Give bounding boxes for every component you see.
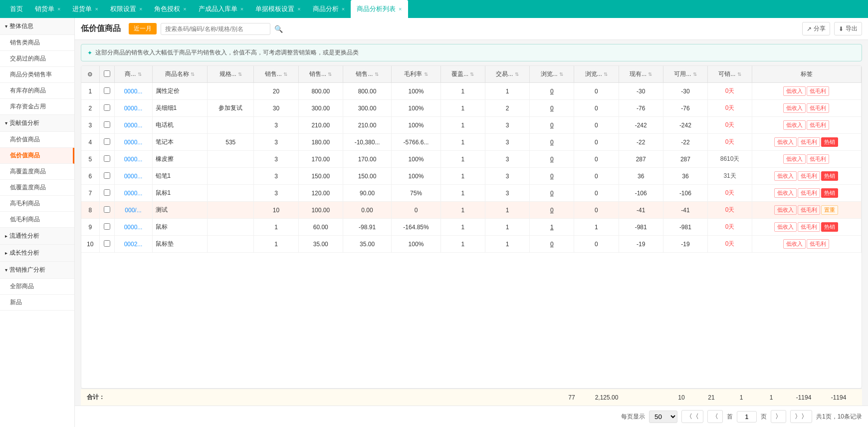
row-checkbox-cell[interactable]	[99, 100, 114, 117]
row-checkbox[interactable]	[104, 206, 110, 213]
row-code[interactable]: 0000...	[114, 168, 152, 185]
row-browse1[interactable]: 0	[530, 100, 574, 117]
row-checkbox-cell[interactable]	[99, 83, 114, 100]
nav-purchase-order[interactable]: 进货单 ×	[66, 0, 104, 18]
nav-permission-settings[interactable]: 权限设置 ×	[104, 0, 148, 18]
sidebar-item-all-goods[interactable]: 全部商品	[0, 279, 74, 295]
browse-link[interactable]: 0	[550, 122, 554, 129]
col-code[interactable]: 商... ⇅	[114, 66, 152, 83]
row-code[interactable]: 0000...	[114, 83, 152, 100]
settings-icon[interactable]: ⚙	[87, 71, 93, 78]
col-name[interactable]: 商品名称 ⇅	[152, 66, 208, 83]
row-checkbox-cell[interactable]	[99, 202, 114, 219]
first-page-button[interactable]: 〈〈	[681, 410, 703, 423]
row-checkbox[interactable]	[104, 121, 110, 128]
sidebar-item-new-goods[interactable]: 新品	[0, 295, 74, 311]
close-icon[interactable]: ×	[139, 6, 142, 12]
sidebar-section-growth[interactable]: ▸ 成长性分析	[0, 245, 74, 262]
row-checkbox[interactable]	[104, 189, 110, 196]
row-code[interactable]: 0000...	[114, 117, 152, 134]
sidebar-item-high-coverage[interactable]: 高覆盖度商品	[0, 164, 74, 180]
browse-link[interactable]: 0	[550, 156, 554, 163]
close-icon[interactable]: ×	[240, 6, 243, 12]
col-sellable[interactable]: 可销... ⇅	[708, 66, 752, 83]
browse-link[interactable]: 0	[550, 105, 554, 112]
last-page-button[interactable]: 〉〉	[790, 410, 812, 423]
row-code[interactable]: 0000...	[114, 100, 152, 117]
nav-product-analysis[interactable]: 商品分析 ×	[307, 0, 351, 18]
browse-link[interactable]: 0	[550, 139, 554, 146]
row-browse1[interactable]: 0	[530, 134, 574, 151]
row-code[interactable]: 0000...	[114, 185, 152, 202]
row-browse1[interactable]: 0	[530, 168, 574, 185]
close-icon[interactable]: ×	[297, 6, 300, 12]
col-sales-price[interactable]: 销售... ⇅	[298, 66, 343, 83]
browse-link[interactable]: 0	[550, 88, 554, 95]
nav-home[interactable]: 首页	[4, 0, 29, 18]
col-current[interactable]: 现有... ⇅	[619, 66, 663, 83]
row-browse1[interactable]: 0	[530, 236, 574, 253]
col-browse2[interactable]: 浏览... ⇅	[574, 66, 619, 83]
close-icon[interactable]: ×	[95, 6, 98, 12]
row-code[interactable]: 0000...	[114, 134, 152, 151]
search-input[interactable]	[161, 23, 270, 35]
select-all-checkbox[interactable]	[104, 70, 110, 77]
row-code[interactable]: 0000...	[114, 219, 152, 236]
row-checkbox-cell[interactable]	[99, 185, 114, 202]
share-button[interactable]: ↗ 分享	[802, 22, 830, 35]
prev-page-button[interactable]: 〈	[707, 410, 723, 423]
next-page-button[interactable]: 〉	[771, 410, 786, 423]
row-browse1[interactable]: 0	[530, 151, 574, 168]
close-icon[interactable]: ×	[183, 6, 186, 12]
row-code[interactable]: 000/...	[114, 202, 152, 219]
nav-template-settings[interactable]: 单据模板设置 ×	[249, 0, 306, 18]
col-trade[interactable]: 交易... ⇅	[485, 66, 529, 83]
nav-role-auth[interactable]: 角色授权 ×	[148, 0, 192, 18]
row-checkbox-cell[interactable]	[99, 168, 114, 185]
col-browse1[interactable]: 浏览... ⇅	[530, 66, 574, 83]
sidebar-item-stock-capital[interactable]: 库存资金占用	[0, 99, 74, 115]
browse-link[interactable]: 0	[550, 190, 554, 197]
row-checkbox[interactable]	[104, 155, 110, 162]
export-button[interactable]: ⬇ 导出	[834, 22, 862, 35]
col-gross-margin[interactable]: 毛利率 ⇅	[392, 66, 440, 83]
close-icon[interactable]: ×	[342, 6, 345, 12]
col-spec[interactable]: 规格... ⇅	[208, 66, 254, 83]
browse-link[interactable]: 0	[550, 241, 554, 248]
nav-sales-order[interactable]: 销货单 ×	[29, 0, 66, 18]
col-sales-amount[interactable]: 销售... ⇅	[343, 66, 391, 83]
row-checkbox[interactable]	[104, 104, 110, 111]
row-browse1[interactable]: 1	[530, 219, 574, 236]
sidebar-item-stock-goods[interactable]: 有库存的商品	[0, 83, 74, 99]
row-checkbox-cell[interactable]	[99, 236, 114, 253]
row-checkbox[interactable]	[104, 223, 110, 230]
data-table-container[interactable]: ⚙ 商... ⇅ 商品名称 ⇅ 规格... ⇅ 销售... ⇅ 销售... ⇅ …	[81, 65, 862, 389]
row-checkbox-cell[interactable]	[99, 117, 114, 134]
row-browse1[interactable]: 0	[530, 185, 574, 202]
row-checkbox-cell[interactable]	[99, 151, 114, 168]
sidebar-item-low-value[interactable]: 低价值商品	[0, 148, 74, 164]
col-settings[interactable]: ⚙	[81, 66, 99, 83]
filter-recent-month-button[interactable]: 近一月	[129, 23, 157, 34]
row-checkbox-cell[interactable]	[99, 134, 114, 151]
row-checkbox[interactable]	[104, 87, 110, 94]
close-icon[interactable]: ×	[399, 6, 402, 12]
col-sales-qty[interactable]: 销售... ⇅	[254, 66, 298, 83]
browse-link[interactable]: 1	[550, 224, 554, 231]
sidebar-item-low-coverage[interactable]: 低覆盖度商品	[0, 180, 74, 196]
search-button[interactable]: 🔍	[274, 25, 283, 33]
row-browse1[interactable]: 0	[530, 117, 574, 134]
sidebar-item-traded-goods[interactable]: 交易过的商品	[0, 51, 74, 67]
page-number-input[interactable]	[737, 411, 757, 423]
sidebar-item-low-margin[interactable]: 低毛利商品	[0, 212, 74, 228]
close-icon[interactable]: ×	[57, 6, 60, 12]
sidebar-item-high-value[interactable]: 高价值商品	[0, 132, 74, 148]
sidebar-item-high-margin[interactable]: 高毛利商品	[0, 196, 74, 212]
col-checkbox[interactable]	[99, 66, 114, 83]
row-checkbox[interactable]	[104, 172, 110, 179]
nav-product-analysis-list[interactable]: 商品分析列表 ×	[351, 0, 408, 18]
page-size-select[interactable]: 50 20 100	[649, 411, 677, 423]
sidebar-item-sales-goods[interactable]: 销售类商品	[0, 35, 74, 51]
row-checkbox[interactable]	[104, 240, 110, 247]
col-coverage[interactable]: 覆盖... ⇅	[440, 66, 485, 83]
